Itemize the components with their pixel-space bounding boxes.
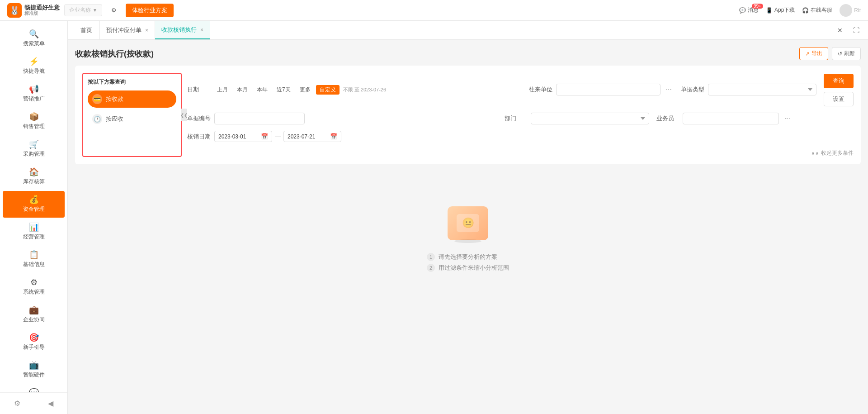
date-range-dash: — bbox=[275, 133, 281, 140]
date-custom-btn[interactable]: 自定义 bbox=[316, 85, 340, 95]
doctype-select[interactable] bbox=[708, 84, 816, 95]
date-more-btn[interactable]: 更多 bbox=[296, 85, 314, 95]
company-selector[interactable]: 企业名称 ▼ bbox=[64, 4, 102, 16]
filter-docnum-field: 单据编号 bbox=[187, 113, 497, 124]
filter-row-1: 日期 上月 本月 本年 近7天 更多 自定义 不限 至 2023-07-26 bbox=[187, 73, 854, 106]
collapse-more-btn[interactable]: ∧∧ 收起更多条件 bbox=[187, 149, 854, 157]
guide-icon: 🎯 bbox=[29, 333, 39, 342]
docnum-input[interactable] bbox=[214, 113, 305, 124]
sidebar-settings-btn[interactable]: ⚙ bbox=[10, 397, 24, 409]
verify-date-start-input[interactable] bbox=[218, 133, 259, 140]
filter-option-by-receipt[interactable]: 💳 按收款 bbox=[88, 90, 176, 108]
logo-icon: 🐰 bbox=[7, 3, 22, 18]
dept-select[interactable] bbox=[531, 113, 649, 124]
date-start-wrap: 📅 bbox=[214, 131, 272, 142]
filter-option1-label: 按收款 bbox=[106, 95, 123, 103]
sales-icon: 📦 bbox=[29, 113, 39, 121]
refresh-btn[interactable]: ↺ 刷新 bbox=[832, 47, 861, 60]
staff-more-icon[interactable]: ··· bbox=[783, 114, 792, 123]
sidebar-item-marketing[interactable]: 📢 营销推广 bbox=[3, 81, 65, 107]
wechat-icon: 💬 bbox=[29, 389, 39, 392]
dept-label: 部门 bbox=[505, 114, 527, 123]
purchase-label: 采购管理 bbox=[23, 150, 45, 158]
sidebar-bottom: ⚙ ◀ bbox=[0, 392, 67, 414]
industry-btn[interactable]: 体验行业方案 bbox=[126, 4, 174, 17]
cal-end-icon[interactable]: 📅 bbox=[330, 133, 337, 140]
date-this-month-btn[interactable]: 本月 bbox=[233, 85, 251, 95]
export-label: 导出 bbox=[811, 50, 822, 57]
cal-start-icon[interactable]: 📅 bbox=[261, 133, 268, 140]
guide-label: 新手引导 bbox=[23, 343, 45, 351]
sidebar-item-purchase[interactable]: 🛒 采购管理 bbox=[3, 136, 65, 162]
sidebar-item-basic-info[interactable]: 📋 基础信息 bbox=[3, 246, 65, 273]
sidebar-item-enterprise[interactable]: 💼 企业协同 bbox=[3, 301, 65, 328]
company-name: 企业名称 bbox=[69, 6, 91, 14]
tab-bar: 首页 预付冲应付单 × 收款核销执行 × ✕ ⛶ bbox=[68, 21, 868, 40]
tab-close-all-btn[interactable]: ✕ bbox=[834, 24, 846, 37]
filter-staff-field: 业务员 ··· bbox=[656, 113, 792, 124]
filter-dept-field: 部门 bbox=[505, 113, 649, 124]
user-area[interactable]: Rit bbox=[840, 4, 861, 17]
setting-btn[interactable]: 设置 bbox=[824, 92, 854, 106]
empty-face-icon: 😐 bbox=[462, 217, 474, 229]
empty-hints: 1 请先选择要分析的方案 2 用过滤条件来缩小分析范围 bbox=[427, 253, 509, 272]
logo-main-text: 畅捷通好生意 bbox=[24, 4, 60, 11]
sidebar-item-capital[interactable]: 💰 资金管理 bbox=[3, 191, 65, 218]
sales-label: 销售管理 bbox=[23, 123, 45, 130]
settings-icon-btn[interactable]: ⚙ bbox=[107, 3, 121, 18]
sidebar-item-search[interactable]: 🔍 搜索菜单 bbox=[3, 25, 65, 52]
purchase-icon: 🛒 bbox=[29, 140, 39, 148]
empty-hint-1: 1 请先选择要分析的方案 bbox=[427, 253, 509, 261]
page-header: 收款核销执行(按收款) ↗ 导出 ↺ 刷新 bbox=[75, 47, 861, 60]
sidebar-item-system[interactable]: ⚙ 系统管理 bbox=[3, 274, 65, 300]
hint-text-1: 请先选择要分析的方案 bbox=[439, 253, 497, 261]
verify-date-end-input[interactable] bbox=[288, 133, 328, 140]
search-menu-label: 搜索菜单 bbox=[23, 40, 45, 48]
filter-counterpart-field: 往来单位 ··· bbox=[529, 84, 674, 95]
tab-collection-close[interactable]: × bbox=[200, 27, 203, 33]
counterpart-input[interactable] bbox=[556, 84, 660, 95]
filter-row-3: 核销日期 📅 — 📅 bbox=[187, 131, 854, 142]
export-btn[interactable]: ↗ 导出 bbox=[799, 47, 828, 60]
hint-num-2: 2 bbox=[427, 264, 435, 272]
sidebar-item-smart-hw[interactable]: 📺 智能硬件 bbox=[3, 357, 65, 383]
app-icon: 📱 bbox=[766, 7, 773, 14]
smart-hw-icon: 📺 bbox=[29, 361, 39, 369]
staff-input[interactable] bbox=[683, 113, 779, 124]
filter-option-by-receivable[interactable]: 🕐 按应收 bbox=[88, 110, 176, 128]
date-this-year-btn[interactable]: 本年 bbox=[253, 85, 271, 95]
counterpart-more-icon[interactable]: ··· bbox=[664, 86, 674, 94]
filter-date-field: 日期 上月 本月 本年 近7天 更多 自定义 不限 至 2023-07-26 bbox=[187, 85, 522, 95]
date-last-month-btn[interactable]: 上月 bbox=[213, 85, 231, 95]
tab-prepay-close[interactable]: × bbox=[145, 27, 148, 33]
message-badge: 99+ bbox=[752, 4, 763, 9]
filter-collapse-btn[interactable]: ❮❮ bbox=[181, 109, 187, 121]
smart-hw-label: 智能硬件 bbox=[23, 371, 45, 379]
query-btn[interactable]: 查询 bbox=[824, 74, 854, 88]
sidebar-item-quick-nav[interactable]: ⚡ 快捷导航 bbox=[3, 53, 65, 80]
online-service-btn[interactable]: 🎧 在线客服 bbox=[802, 6, 832, 14]
receipt-icon: 💳 bbox=[92, 94, 102, 104]
marketing-label: 营销推广 bbox=[23, 95, 45, 103]
tab-home[interactable]: 首页 bbox=[73, 21, 100, 39]
date-7days-btn[interactable]: 近7天 bbox=[273, 85, 294, 95]
app-download-btn[interactable]: 📱 App下载 bbox=[766, 6, 795, 14]
sidebar-collapse-btn[interactable]: ◀ bbox=[44, 397, 57, 409]
sidebar-item-operations[interactable]: 📊 经营管理 bbox=[3, 219, 65, 245]
tab-prepay[interactable]: 预付冲应付单 × bbox=[100, 21, 155, 39]
message-btn[interactable]: 💬 消息 99+ bbox=[739, 6, 759, 14]
sidebar-item-inventory[interactable]: 🏠 库存核算 bbox=[3, 163, 65, 190]
sidebar-item-wechat[interactable]: 💬 企业微信 bbox=[3, 384, 65, 392]
empty-hint-2: 2 用过滤条件来缩小分析范围 bbox=[427, 264, 509, 272]
sidebar-item-sales[interactable]: 📦 销售管理 bbox=[3, 108, 65, 135]
online-service-label: 在线客服 bbox=[811, 6, 832, 14]
empty-box-inner: 😐 bbox=[457, 214, 479, 232]
sidebar-items: 🔍 搜索菜单 ⚡ 快捷导航 📢 营销推广 📦 销售管理 🛒 采购管理 🏠 bbox=[0, 21, 67, 392]
tab-collection-label: 收款核销执行 bbox=[161, 26, 197, 34]
date-buttons: 上月 本月 本年 近7天 更多 自定义 bbox=[213, 85, 340, 95]
sidebar-item-guide[interactable]: 🎯 新手引导 bbox=[3, 329, 65, 356]
tab-collection[interactable]: 收款核销执行 × bbox=[155, 21, 210, 39]
tab-expand-btn[interactable]: ⛶ bbox=[850, 24, 863, 37]
tab-prepay-label: 预付冲应付单 bbox=[106, 26, 142, 34]
enterprise-label: 企业协同 bbox=[23, 316, 45, 324]
